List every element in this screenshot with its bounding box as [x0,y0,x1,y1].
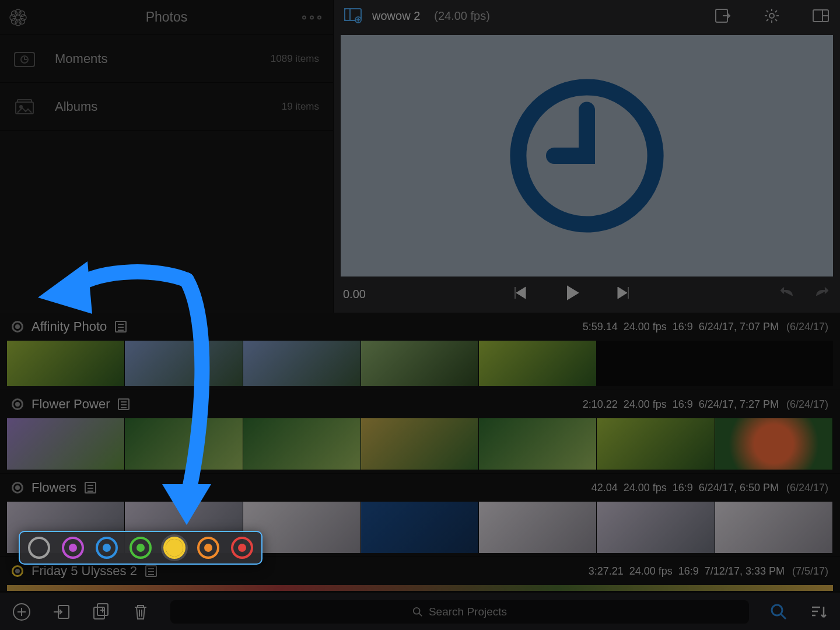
clip-thumbnail[interactable] [7,341,125,386]
search-input[interactable]: Search Projects [170,600,749,624]
preview-panel: wowow 2 (24.00 fps) 0.00 [334,0,840,313]
sidebar-item-label: Moments [55,51,271,66]
project-row[interactable]: Flower Power 2:10.22 24.00 fps 16:9 6/24… [0,390,840,474]
project-meta: 3:27.21 24.00 fps 16:9 7/12/17, 3:33 PM … [589,565,828,578]
project-title: Friday 5 Ulysses 2 [32,564,137,579]
sort-button[interactable] [808,602,828,622]
sidebar-item-count: 1089 items [271,53,319,65]
project-title: Flowers [32,480,76,495]
color-tag-icon[interactable] [12,398,23,410]
moments-icon [14,51,35,67]
clip-thumbnail[interactable] [361,418,479,470]
project-meta: 5:59.14 24.00 fps 16:9 6/24/17, 7:07 PM … [583,321,828,333]
sidebar-header: Photos [0,0,333,35]
project-title: Affinity Photo [32,319,107,334]
sidebar-item-count: 19 items [282,101,319,113]
svg-point-5 [19,10,25,16]
color-tag-icon[interactable] [12,482,23,494]
sidebar-item-label: Albums [55,99,282,114]
clip-thumbnail[interactable] [125,341,243,386]
sidebar-title: Photos [146,9,188,25]
sidebar-item-albums[interactable]: Albums 19 items [0,83,333,131]
tag-color-green[interactable] [130,537,152,559]
clip-thumbnail[interactable] [361,502,479,553]
photos-app-icon [9,9,27,26]
project-row[interactable]: Affinity Photo 5:59.14 24.00 fps 16:9 6/… [0,313,840,390]
svg-point-4 [12,10,18,16]
svg-point-0 [15,9,21,15]
svg-point-1 [15,20,21,26]
clip-thumbnail[interactable] [243,418,361,470]
svg-point-24 [414,607,420,614]
import-button[interactable] [51,602,71,622]
preview-header: wowow 2 (24.00 fps) [334,0,840,32]
svg-point-3 [20,15,26,20]
notes-icon[interactable] [85,482,96,494]
clock-icon [505,74,668,237]
settings-button[interactable] [763,7,780,24]
bottom-toolbar: Search Projects [0,593,840,630]
project-meta: 2:10.22 24.00 fps 16:9 6/24/17, 7:27 PM … [583,398,828,411]
new-project-button[interactable] [12,602,32,622]
clip-thumbnail[interactable] [243,341,361,386]
photos-sidebar: Photos Moments 1089 items Albums 19 item… [0,0,334,313]
project-title: Flower Power [32,397,110,412]
sidebar-item-moments[interactable]: Moments 1089 items [0,35,333,83]
svg-rect-11 [18,100,32,102]
notes-icon[interactable] [115,321,127,332]
preview-project-name: wowow 2 [372,9,420,23]
clip-thumbnail[interactable] [597,418,715,470]
timecode: 0.00 [343,288,366,301]
tag-color-red[interactable] [231,537,253,559]
clip-thumbnail[interactable] [361,341,479,386]
duplicate-button[interactable] [91,602,111,622]
clip-thumbnail[interactable] [479,502,597,553]
clip-thumbnail[interactable] [7,585,833,591]
more-options-icon[interactable] [302,15,321,19]
svg-point-6 [12,18,18,24]
clip-thumbnail[interactable] [715,502,833,553]
svg-point-2 [10,15,16,20]
tag-color-gray[interactable] [28,537,50,559]
notes-icon[interactable] [145,565,157,577]
export-button[interactable] [714,7,732,24]
project-meta: 42.04 24.00 fps 16:9 6/24/17, 6:50 PM (6… [592,482,828,494]
clip-thumbnail[interactable] [125,418,243,470]
skip-forward-button[interactable] [615,284,633,304]
tag-color-orange[interactable] [197,537,219,559]
redo-button[interactable] [813,284,831,304]
notes-icon[interactable] [118,398,130,410]
clip-thumbnail[interactable] [597,341,715,386]
clip-thumbnail[interactable] [479,341,597,386]
transport-bar: 0.00 [334,276,840,312]
clip-thumbnail[interactable] [715,341,833,386]
color-tag-icon[interactable] [12,321,23,332]
clip-thumbnail[interactable] [479,418,597,470]
clip-thumbnail[interactable] [597,502,715,553]
undo-button[interactable] [778,284,796,304]
preview-fps-label: (24.00 fps) [434,9,490,23]
color-tag-icon[interactable] [12,565,23,577]
clip-thumbnail[interactable] [7,418,125,470]
tag-color-blue[interactable] [96,537,118,559]
tag-color-yellow[interactable] [163,537,186,559]
svg-rect-14 [345,9,350,20]
color-tag-popover [19,531,262,565]
skip-back-button[interactable] [510,284,528,304]
albums-icon [14,99,35,115]
svg-point-17 [769,13,774,18]
preview-monitor[interactable] [341,35,833,276]
svg-point-7 [19,18,25,24]
clip-thumbnail[interactable] [715,418,833,470]
svg-point-25 [772,605,782,615]
search-placeholder: Search Projects [429,606,507,618]
delete-button[interactable] [131,602,150,622]
tag-color-purple[interactable] [62,537,84,559]
layout-button[interactable] [812,7,830,24]
project-icon [344,8,362,23]
find-button[interactable] [769,602,789,622]
play-button[interactable] [563,284,580,304]
